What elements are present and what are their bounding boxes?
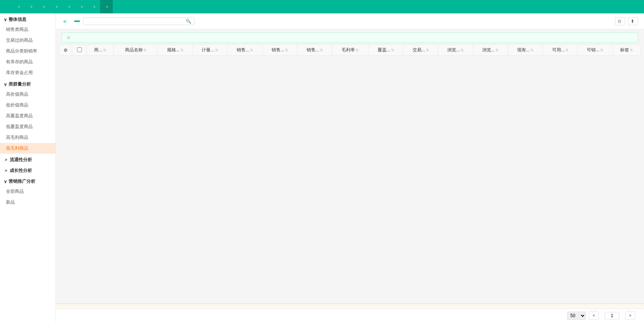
sidebar-item-category-rate[interactable]: 商品分类助销率 <box>0 46 55 57</box>
sidebar-group-cluster[interactable]: ∨ 类群量分析 <box>0 78 55 89</box>
nav-sales[interactable]: × <box>12 0 25 13</box>
table-footer <box>56 303 644 309</box>
prev-page-button[interactable]: ＜ <box>589 311 599 320</box>
sidebar-group-circulation[interactable]: ＞ 流通性分析 <box>0 154 55 165</box>
table-area: ⚙ 商...⇅ 商品名称⇅ 规格...⇅ 计量...⇅ 销售...⇅ 销售...… <box>56 44 644 303</box>
main-layout: ∨ 整体信息 销售类商品 交易过的商品 商品分类助销率 有库存的商品 库存资金占… <box>0 13 644 322</box>
nav-analysis-list[interactable]: × <box>100 0 113 13</box>
nav-permissions[interactable]: × <box>37 0 50 13</box>
sidebar-item-traded-goods[interactable]: 交易过的商品 <box>0 35 55 46</box>
col-coverage[interactable]: 覆盖...⇅ <box>368 45 403 56</box>
share-icon: ⊙ <box>618 19 621 24</box>
search-input[interactable] <box>86 19 186 24</box>
sidebar-item-low-coverage[interactable]: 低覆盖度商品 <box>0 121 55 132</box>
close-icon[interactable]: × <box>18 5 20 9</box>
top-nav: × × × × × × × × <box>0 0 644 13</box>
chevron-down-icon: ∨ <box>4 82 7 87</box>
col-unit[interactable]: 计量...⇅ <box>193 45 228 56</box>
close-icon[interactable]: × <box>31 5 33 9</box>
col-views2[interactable]: 浏览...⇅ <box>473 45 508 56</box>
data-table: ⚙ 商...⇅ 商品名称⇅ 规格...⇅ 计量...⇅ 销售...⇅ 销售...… <box>59 44 641 56</box>
col-checkbox[interactable] <box>72 45 87 56</box>
chevron-down-icon: ∨ <box>4 17 7 22</box>
sidebar-group-growth[interactable]: ＞ 成长性分析 <box>0 165 55 175</box>
nav-analysis[interactable]: × <box>87 0 100 13</box>
col-tag[interactable]: 标签⇅ <box>612 45 641 56</box>
pagination-bar: 50 100 200 ＜ ＞ <box>56 309 644 322</box>
page-size-select[interactable]: 50 100 200 <box>567 312 586 320</box>
sidebar-item-high-value[interactable]: 高价值商品 <box>0 89 55 100</box>
col-available-stock[interactable]: 可用...⇅ <box>543 45 578 56</box>
chevron-down-icon: ∨ <box>4 179 7 184</box>
sidebar-item-new-goods[interactable]: 新品 <box>0 197 55 208</box>
nav-purchase[interactable]: × <box>25 0 37 13</box>
notice-bar: ☆ <box>62 32 638 43</box>
nav-inbound[interactable]: × <box>62 0 75 13</box>
action-buttons: ⊙ ⬆ <box>615 17 638 25</box>
chevron-right-icon: ＞ <box>4 168 8 174</box>
col-margin[interactable]: 毛利率⇅ <box>332 45 368 56</box>
sidebar-collapse-button[interactable]: « <box>62 16 68 26</box>
select-all-checkbox[interactable] <box>77 47 82 52</box>
close-icon[interactable]: × <box>43 5 45 9</box>
search-box: 🔍 <box>83 17 195 25</box>
warning-icon: ☆ <box>67 35 71 40</box>
sidebar-item-low-margin[interactable]: 低毛利商品 <box>0 143 55 154</box>
col-spec[interactable]: 规格...⇅ <box>158 45 193 56</box>
export-button[interactable]: ⬆ <box>628 17 638 25</box>
close-icon[interactable]: × <box>68 5 70 9</box>
sidebar-item-high-margin[interactable]: 高毛利商品 <box>0 132 55 143</box>
close-icon[interactable]: × <box>56 5 58 9</box>
sidebar: ∨ 整体信息 销售类商品 交易过的商品 商品分类助销率 有库存的商品 库存资金占… <box>0 13 56 322</box>
col-saleable-days[interactable]: 可销...⇅ <box>578 45 613 56</box>
chevron-right-icon: ＞ <box>4 157 8 163</box>
main-content: « 🔍 ⊙ ⬆ ☆ <box>56 13 644 322</box>
close-icon[interactable]: × <box>93 5 96 9</box>
col-sales-profit[interactable]: 销售...⇅ <box>297 45 332 56</box>
col-sales-amount[interactable]: 销售...⇅ <box>262 45 297 56</box>
sidebar-item-capital[interactable]: 库存资金占用 <box>0 67 55 78</box>
nav-home[interactable] <box>3 0 12 13</box>
col-name[interactable]: 商品名称⇅ <box>113 45 158 56</box>
search-icon[interactable]: 🔍 <box>186 19 191 24</box>
col-qty[interactable]: 销售...⇅ <box>227 45 262 56</box>
sidebar-item-sales-goods[interactable]: 销售类商品 <box>0 24 55 35</box>
col-settings[interactable]: ⚙ <box>59 45 72 56</box>
sidebar-group-marketing[interactable]: ∨ 营销推广分析 <box>0 175 55 186</box>
nav-template[interactable]: × <box>75 0 87 13</box>
sidebar-item-stocked-goods[interactable]: 有库存的商品 <box>0 57 55 67</box>
col-transactions[interactable]: 交易...⇅ <box>403 45 438 56</box>
sidebar-item-all-goods[interactable]: 全部商品 <box>0 186 55 197</box>
close-icon[interactable]: × <box>106 5 108 9</box>
col-views1[interactable]: 浏览...⇅ <box>438 45 473 56</box>
export-icon: ⬆ <box>631 19 634 24</box>
nav-roles[interactable]: × <box>50 0 63 13</box>
content-header: « 🔍 ⊙ ⬆ <box>56 13 644 29</box>
page-number-input[interactable] <box>605 312 619 319</box>
close-icon[interactable]: × <box>81 5 83 9</box>
sidebar-item-low-value[interactable]: 低价值商品 <box>0 100 55 111</box>
date-filter-button[interactable] <box>74 20 80 22</box>
share-button[interactable]: ⊙ <box>615 17 625 25</box>
sidebar-item-high-coverage[interactable]: 高覆盖度商品 <box>0 111 55 121</box>
next-page-button[interactable]: ＞ <box>625 311 635 320</box>
col-code[interactable]: 商...⇅ <box>87 45 114 56</box>
col-current-stock[interactable]: 现有...⇅ <box>508 45 543 56</box>
sidebar-group-overall[interactable]: ∨ 整体信息 <box>0 13 55 24</box>
